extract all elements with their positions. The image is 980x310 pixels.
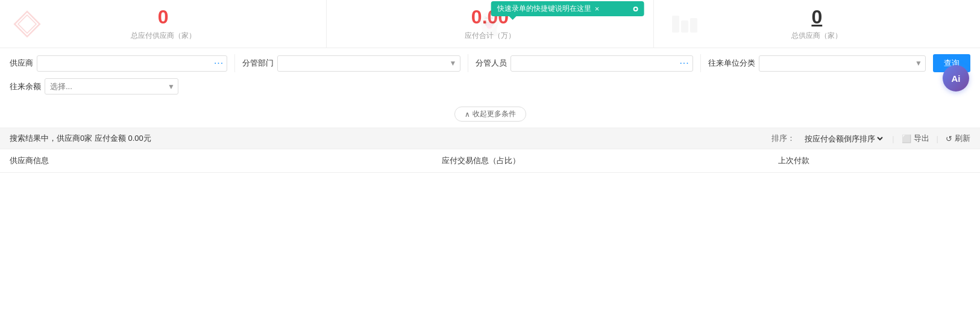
filter-supplier: 供应商 ··· — [10, 55, 227, 72]
stat-total-payable-vendors: 0 总应付供应商（家） — [0, 0, 327, 48]
department-dropdown-icon[interactable]: ▼ — [450, 59, 457, 67]
refresh-button[interactable]: ↺ 刷新 — [946, 133, 970, 144]
person-label: 分管人员 — [476, 58, 507, 69]
filter-person: 分管人员 ··· — [476, 55, 693, 72]
department-label: 分管部门 — [242, 58, 274, 69]
department-input-wrapper: ▼ — [277, 55, 460, 72]
filter-balance: 往来余额 ▼ — [10, 78, 178, 95]
unit-class-label: 往来单位分类 — [708, 58, 755, 69]
separator-2 — [468, 54, 468, 72]
tooltip-text: 快速录单的快捷键说明在这里 — [497, 4, 591, 14]
results-actions: 排序： 按应付会额倒序排序 | ⬜ 导出 | ↺ 刷新 — [771, 133, 970, 144]
stat-payable-total: 👻 0.00 应付合计（万） 快速录单的快捷键说明在这里 × — [327, 0, 653, 48]
collapse-arrow-icon: ∧ — [465, 110, 470, 119]
supplier-dots[interactable]: ··· — [214, 58, 224, 69]
payable-total-label: 应付合计（万） — [465, 31, 515, 41]
col-transaction: 应付交易信息（占比） — [442, 155, 778, 166]
sort-select[interactable]: 按应付会额倒序排序 — [802, 134, 885, 144]
supplier-input-wrapper: ··· — [37, 55, 227, 72]
export-label: 导出 — [914, 133, 929, 144]
person-input[interactable] — [510, 55, 693, 72]
collapse-label: 收起更多条件 — [473, 109, 516, 119]
col-supplier: 供应商信息 — [10, 155, 442, 166]
tooltip-line — [603, 8, 627, 10]
results-bar: 搜索结果中，供应商0家 应付金额 0.00元 排序： 按应付会额倒序排序 | ⬜… — [0, 128, 980, 149]
separator-3 — [700, 54, 701, 72]
balance-dropdown-icon[interactable]: ▼ — [168, 82, 175, 91]
balance-label: 往来余额 — [10, 81, 41, 92]
balance-input-wrapper: ▼ — [45, 78, 178, 95]
supplier-label: 供应商 — [10, 58, 33, 69]
balance-input[interactable] — [45, 78, 178, 95]
total-payable-vendors-number: 0 — [158, 7, 169, 28]
stats-bar: 0 总应付供应商（家） 👻 0.00 应付合计（万） 快速录单的快捷键说明在这里… — [0, 0, 980, 48]
separator-export: | — [892, 134, 894, 143]
tooltip-dot — [633, 7, 638, 11]
separator-1 — [234, 54, 235, 72]
unit-class-dropdown-icon[interactable]: ▼ — [915, 59, 922, 67]
unit-class-input[interactable] — [759, 55, 926, 72]
filter-unit-class: 往来单位分类 ▼ — [708, 55, 926, 72]
table-body — [0, 173, 980, 310]
unit-class-input-wrapper: ▼ — [759, 55, 926, 72]
department-input[interactable] — [277, 55, 460, 72]
separator-refresh: | — [937, 134, 938, 143]
refresh-icon: ↺ — [946, 134, 952, 143]
col-payment: 上次付款 — [778, 155, 970, 166]
total-vendors-label: 总供应商（家） — [791, 31, 842, 41]
tooltip-close-icon[interactable]: × — [595, 5, 600, 13]
total-payable-vendors-label: 总应付供应商（家） — [131, 31, 196, 41]
ai-area: Ai — [943, 65, 969, 91]
supplier-input[interactable] — [37, 55, 227, 72]
filter-bar: 供应商 ··· 分管部门 ▼ 分管人员 ··· — [0, 48, 980, 128]
tooltip-bubble: 快速录单的快捷键说明在这里 × — [491, 1, 644, 16]
results-summary: 搜索结果中，供应商0家 应付金额 0.00元 — [10, 133, 151, 144]
export-button[interactable]: ⬜ 导出 — [902, 133, 929, 144]
stat-total-vendors: 0 总供应商（家） — [654, 0, 980, 48]
export-icon: ⬜ — [902, 134, 911, 143]
collapse-button[interactable]: ∧ 收起更多条件 — [454, 107, 526, 122]
refresh-label: 刷新 — [955, 133, 970, 144]
table-header: 供应商信息 应付交易信息（占比） 上次付款 — [0, 149, 980, 173]
collapse-row: ∧ 收起更多条件 — [10, 104, 970, 128]
filter-row-1: 供应商 ··· 分管部门 ▼ 分管人员 ··· — [10, 54, 970, 72]
person-input-wrapper: ··· — [510, 55, 693, 72]
ai-badge[interactable]: Ai — [943, 65, 969, 91]
filter-department: 分管部门 ▼ — [242, 55, 460, 72]
person-dots[interactable]: ··· — [679, 58, 689, 69]
total-vendors-number: 0 — [811, 7, 822, 28]
sort-label-prefix: 排序： — [771, 133, 795, 144]
filter-row-2: 往来余额 ▼ — [10, 78, 970, 98]
